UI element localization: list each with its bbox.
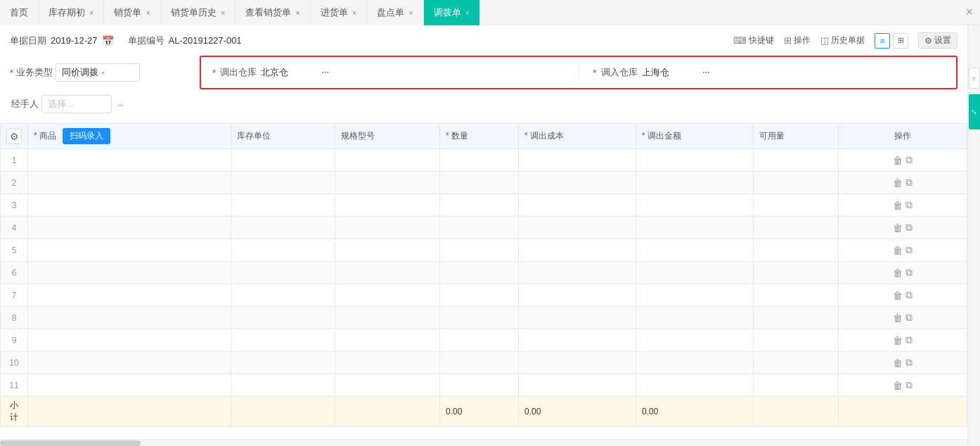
product-cell[interactable]	[28, 172, 231, 194]
cost-cell[interactable]	[519, 352, 636, 374]
tab-sales-history[interactable]: 销货单历史 ×	[161, 0, 236, 25]
delete-row-icon[interactable]: 🗑	[893, 222, 903, 234]
copy-row-icon[interactable]: ⧉	[905, 177, 913, 189]
product-cell[interactable]	[28, 217, 231, 239]
spec-cell[interactable]	[335, 149, 440, 172]
qty-cell[interactable]	[440, 284, 519, 307]
spec-cell[interactable]	[335, 172, 440, 194]
spec-cell[interactable]	[335, 329, 440, 352]
tab-close-window[interactable]: ×	[965, 5, 980, 20]
spec-cell[interactable]	[335, 307, 440, 329]
cost-cell[interactable]	[519, 194, 636, 217]
qty-cell[interactable]	[440, 262, 519, 284]
tab-close-icon[interactable]: ×	[146, 8, 150, 17]
unit-cell[interactable]	[231, 172, 335, 194]
sidebar-list-icon[interactable]: ≡	[969, 68, 980, 89]
spec-cell[interactable]	[335, 352, 440, 374]
tab-close-active-icon[interactable]: ×	[465, 8, 470, 17]
amount-cell[interactable]	[636, 149, 754, 172]
product-cell[interactable]	[28, 329, 231, 352]
col-settings-btn[interactable]: ⚙	[6, 129, 22, 144]
product-cell[interactable]	[28, 262, 231, 284]
delete-row-icon[interactable]: 🗑	[893, 245, 903, 256]
available-cell[interactable]	[753, 217, 838, 239]
warehouse-in-more-btn[interactable]: ···	[702, 66, 709, 79]
qty-cell[interactable]	[440, 352, 519, 374]
available-cell[interactable]	[753, 239, 838, 262]
cost-cell[interactable]	[519, 239, 636, 262]
copy-row-icon[interactable]: ⧉	[905, 312, 913, 324]
product-cell[interactable]	[28, 352, 231, 374]
qty-cell[interactable]	[440, 329, 519, 352]
qty-cell[interactable]	[440, 194, 519, 217]
business-type-dropdown[interactable]: 同价调拨 ▾	[56, 63, 140, 82]
available-cell[interactable]	[753, 149, 838, 172]
warehouse-out-more-btn[interactable]: ···	[321, 66, 328, 79]
delete-row-icon[interactable]: 🗑	[893, 177, 903, 189]
cost-cell[interactable]	[519, 217, 636, 239]
unit-cell[interactable]	[231, 239, 335, 262]
amount-cell[interactable]	[636, 352, 754, 374]
qty-cell[interactable]	[440, 374, 519, 397]
cost-cell[interactable]	[519, 284, 636, 307]
copy-row-icon[interactable]: ⧉	[905, 199, 913, 211]
cost-cell[interactable]	[519, 262, 636, 284]
amount-cell[interactable]	[636, 307, 754, 329]
cost-cell[interactable]	[519, 307, 636, 329]
product-cell[interactable]	[28, 374, 231, 397]
unit-cell[interactable]	[231, 149, 335, 172]
amount-cell[interactable]	[636, 329, 754, 352]
tab-purchase[interactable]: 进货单 ×	[311, 0, 367, 25]
cost-cell[interactable]	[519, 172, 636, 194]
product-cell[interactable]	[28, 239, 231, 262]
cost-cell[interactable]	[519, 329, 636, 352]
spec-cell[interactable]	[335, 262, 440, 284]
copy-row-icon[interactable]: ⧉	[905, 289, 913, 301]
available-cell[interactable]	[753, 374, 838, 397]
qty-cell[interactable]	[440, 217, 519, 239]
available-cell[interactable]	[753, 194, 838, 217]
tab-close-icon[interactable]: ×	[352, 8, 356, 17]
unit-cell[interactable]	[231, 217, 335, 239]
unit-cell[interactable]	[231, 194, 335, 217]
setting-button[interactable]: ⚙ 设置	[918, 32, 958, 49]
delete-row-icon[interactable]: 🗑	[893, 267, 903, 279]
amount-cell[interactable]	[636, 262, 754, 284]
product-cell[interactable]	[28, 149, 231, 172]
copy-row-icon[interactable]: ⧉	[905, 357, 913, 369]
unit-cell[interactable]	[231, 262, 335, 284]
cost-cell[interactable]	[519, 374, 636, 397]
available-cell[interactable]	[753, 172, 838, 194]
tab-sales-order[interactable]: 销货单 ×	[104, 0, 160, 25]
horizontal-scrollbar[interactable]	[0, 439, 967, 446]
delete-row-icon[interactable]: 🗑	[893, 200, 903, 211]
tab-inventory-init[interactable]: 库存期初 ×	[39, 0, 104, 25]
available-cell[interactable]	[753, 284, 838, 307]
amount-cell[interactable]	[636, 217, 754, 239]
product-cell[interactable]	[28, 284, 231, 307]
copy-row-icon[interactable]: ⧉	[905, 222, 913, 234]
qty-cell[interactable]	[440, 172, 519, 194]
delete-row-icon[interactable]: 🗑	[893, 380, 903, 391]
delete-row-icon[interactable]: 🗑	[893, 335, 903, 346]
product-cell[interactable]	[28, 307, 231, 329]
operator-dropdown[interactable]: 选择...	[41, 95, 112, 113]
available-cell[interactable]	[753, 262, 838, 284]
delete-row-icon[interactable]: 🗑	[893, 312, 903, 324]
copy-row-icon[interactable]: ⧉	[905, 267, 913, 279]
amount-cell[interactable]	[636, 239, 754, 262]
amount-cell[interactable]	[636, 284, 754, 307]
sidebar-expand-icon[interactable]: ⤢	[969, 94, 980, 129]
spec-cell[interactable]	[335, 374, 440, 397]
layout-list-icon[interactable]: ≡	[875, 33, 890, 49]
operations-btn[interactable]: ⊞ 操作	[784, 34, 811, 46]
copy-row-icon[interactable]: ⧉	[905, 379, 913, 391]
tab-close-icon[interactable]: ×	[408, 8, 413, 17]
product-cell[interactable]	[28, 194, 231, 217]
unit-cell[interactable]	[231, 307, 335, 329]
spec-cell[interactable]	[335, 284, 440, 307]
calendar-icon[interactable]: 📅	[102, 35, 114, 46]
tab-home[interactable]: 首页	[0, 0, 39, 25]
qty-cell[interactable]	[440, 307, 519, 329]
copy-row-icon[interactable]: ⧉	[905, 154, 913, 166]
